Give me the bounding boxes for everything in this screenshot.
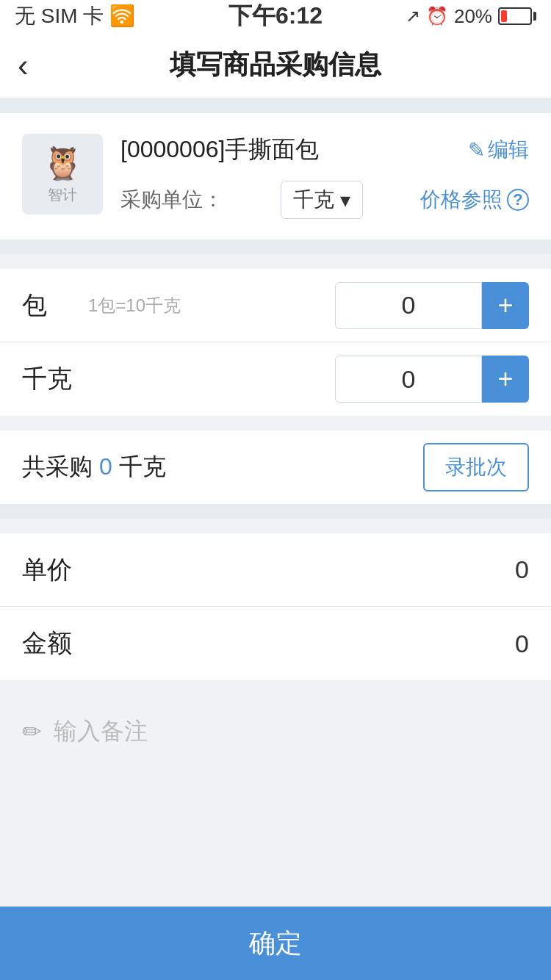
kg-label: 千克 (22, 362, 81, 396)
price-label: 单价 (22, 553, 72, 587)
amount-label: 金额 (22, 627, 72, 660)
input-section: 包 1包=10千克 + 千克 + (0, 269, 551, 416)
status-bar: 无 SIM 卡 🛜 下午6:12 ↗ ⏰ 20% (0, 0, 551, 32)
product-logo-icon: 🦉 (43, 144, 83, 182)
status-time: 下午6:12 (228, 0, 323, 32)
amount-value: 0 (515, 630, 529, 658)
back-button[interactable]: ‹ (18, 49, 29, 82)
nav-bar: ‹ 填写商品采购信息 (0, 32, 551, 98)
section-separator-3 (0, 504, 551, 519)
kg-plus-button[interactable]: + (482, 356, 529, 403)
status-left: 无 SIM 卡 🛜 (15, 2, 135, 30)
bao-sublabel: 1包=10千克 (88, 294, 181, 317)
product-card: 🦉 智计 [0000006]手撕面包 ✎ 编辑 采购单位： 千克 ▾ 价格参照 (0, 113, 551, 239)
section-separator-2 (0, 239, 551, 254)
bao-label: 包 (22, 289, 81, 323)
product-info: [0000006]手撕面包 ✎ 编辑 采购单位： 千克 ▾ 价格参照 ? (120, 134, 529, 219)
chevron-down-icon: ▾ (340, 188, 350, 212)
amount-row: 金额 0 (0, 607, 551, 680)
edit-link[interactable]: ✎ 编辑 (468, 136, 529, 164)
product-name-row: [0000006]手撕面包 ✎ 编辑 (120, 134, 529, 166)
batch-button[interactable]: 录批次 (423, 443, 529, 491)
notes-placeholder: 输入备注 (54, 716, 148, 748)
price-ref-label: 价格参照 (420, 186, 503, 214)
confirm-button[interactable]: 确定 (249, 926, 302, 962)
kg-input[interactable] (335, 356, 482, 403)
confirm-bar[interactable]: 确定 (0, 907, 551, 980)
bao-control: + (335, 282, 529, 329)
price-value: 0 (515, 555, 529, 584)
summary-amount: 0 (99, 453, 112, 480)
bao-input-row: 包 1包=10千克 + (0, 269, 551, 342)
summary-unit: 千克 (119, 453, 166, 480)
price-amount-section: 单价 0 金额 0 (0, 533, 551, 680)
summary-text: 共采购 0 千克 (22, 451, 423, 483)
product-thumbnail: 🦉 智计 (22, 134, 103, 215)
alarm-icon: ⏰ (426, 6, 448, 26)
notes-section[interactable]: ✏ 输入备注 (0, 695, 551, 768)
page-title: 填写商品采购信息 (170, 47, 381, 83)
unit-row: 采购单位： 千克 ▾ 价格参照 ? (120, 181, 529, 219)
edit-icon: ✎ (468, 138, 485, 162)
unit-label: 采购单位： (120, 186, 223, 214)
kg-input-row: 千克 + (0, 342, 551, 416)
summary-row: 共采购 0 千克 录批次 (0, 430, 551, 504)
summary-prefix: 共采购 (22, 453, 93, 480)
kg-control: + (335, 356, 529, 403)
price-row: 单价 0 (0, 533, 551, 607)
price-ref-link[interactable]: 价格参照 ? (420, 186, 529, 214)
sim-text: 无 SIM 卡 🛜 (15, 2, 135, 30)
unit-value: 千克 (293, 186, 334, 214)
bao-input[interactable] (335, 282, 482, 329)
battery-text: 20% (454, 5, 492, 28)
product-name: [0000006]手撕面包 (120, 134, 319, 166)
product-logo-text: 智计 (48, 185, 77, 205)
unit-select[interactable]: 千克 ▾ (281, 181, 363, 219)
battery-icon (498, 7, 536, 25)
edit-label: 编辑 (488, 136, 529, 164)
pencil-icon: ✏ (22, 718, 42, 746)
location-icon: ↗ (406, 6, 420, 26)
section-separator-1 (0, 98, 551, 113)
bao-plus-button[interactable]: + (482, 282, 529, 329)
status-right: ↗ ⏰ 20% (406, 5, 536, 28)
info-icon: ? (507, 189, 529, 211)
